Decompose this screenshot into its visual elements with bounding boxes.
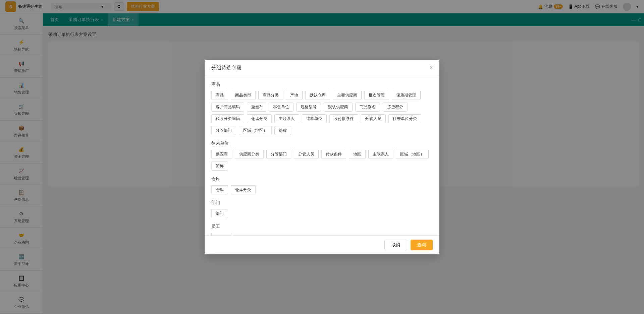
field-tag[interactable]: 批次管理 <box>364 91 389 100</box>
field-list-department: 部门 <box>211 209 433 218</box>
field-tag[interactable]: 分管部门 <box>266 150 291 159</box>
field-tag[interactable]: 简称 <box>211 162 228 171</box>
modal-header: 分组待选字段 × <box>205 60 439 76</box>
field-tag[interactable]: 付款条件 <box>321 150 346 159</box>
field-tag[interactable]: 供应商 <box>211 150 232 159</box>
field-group-title-warehouse: 仓库 <box>211 176 433 182</box>
field-group-warehouse: 仓库 仓库 仓库分类 <box>211 176 433 194</box>
field-tag[interactable]: 主联系人 <box>368 150 393 159</box>
field-tag[interactable]: 主联系人 <box>274 114 299 123</box>
modal-overlay: 分组待选字段 × 商品 商品 商品类型 商品分类 产地 默认仓库 主要供应商 批… <box>0 0 644 314</box>
field-tag[interactable]: 区域（地区） <box>239 126 272 135</box>
field-list-goods: 商品 商品类型 商品分类 产地 默认仓库 主要供应商 批次管理 保质期管理 客户… <box>211 91 433 135</box>
field-tag[interactable]: 区域（地区） <box>396 150 429 159</box>
field-group-title-department: 部门 <box>211 200 433 206</box>
field-tag[interactable]: 分管部门 <box>211 126 236 135</box>
field-group-title-staff: 员工 <box>211 224 433 230</box>
field-tag[interactable]: 结算单位 <box>302 114 327 123</box>
field-tag[interactable]: 收付款条件 <box>329 114 358 123</box>
modal-title: 分组待选字段 <box>211 65 241 71</box>
field-list-warehouse: 仓库 仓库分类 <box>211 185 433 194</box>
field-tag[interactable]: 仓库分类 <box>231 185 256 194</box>
field-tag[interactable]: 保质期管理 <box>392 91 421 100</box>
field-tag[interactable]: 默认供应商 <box>324 103 353 112</box>
field-tag[interactable]: 商品别名 <box>355 103 380 112</box>
field-tag[interactable]: 商品 <box>211 91 228 100</box>
field-list-staff: 业务员 <box>211 233 433 235</box>
cancel-button[interactable]: 取消 <box>384 240 407 250</box>
field-tag[interactable]: 重量3 <box>247 103 266 112</box>
field-tag[interactable]: 分管人员 <box>294 150 319 159</box>
field-group-title-goods: 商品 <box>211 81 433 87</box>
field-tag[interactable]: 零售单位 <box>269 103 293 112</box>
field-tag[interactable]: 规格型号 <box>296 103 321 112</box>
field-group-staff: 员工 业务员 <box>211 224 433 235</box>
field-tag[interactable]: 主要供应商 <box>333 91 362 100</box>
field-tag[interactable]: 分管人员 <box>361 114 386 123</box>
field-tag[interactable]: 业务员 <box>211 233 232 235</box>
field-tag[interactable]: 仓库分类 <box>247 114 272 123</box>
modal: 分组待选字段 × 商品 商品 商品类型 商品分类 产地 默认仓库 主要供应商 批… <box>205 60 439 254</box>
field-list-partner: 供应商 供应商分类 分管部门 分管人员 付款条件 地区 主联系人 区域（地区） … <box>211 150 433 171</box>
field-tag[interactable]: 往来单位分类 <box>388 114 421 123</box>
field-tag[interactable]: 简称 <box>274 126 291 135</box>
field-tag[interactable]: 客户商品编码 <box>211 103 244 112</box>
field-group-partner: 往来单位 供应商 供应商分类 分管部门 分管人员 付款条件 地区 主联系人 区域… <box>211 140 433 171</box>
field-group-goods: 商品 商品 商品类型 商品分类 产地 默认仓库 主要供应商 批次管理 保质期管理… <box>211 81 433 135</box>
field-tag[interactable]: 拣货积分 <box>383 103 408 112</box>
field-tag[interactable]: 税收分类编码 <box>211 114 244 123</box>
field-tag[interactable]: 部门 <box>211 209 228 218</box>
field-tag[interactable]: 供应商分类 <box>235 150 264 159</box>
modal-close-button[interactable]: × <box>430 65 433 71</box>
field-tag[interactable]: 商品类型 <box>231 91 256 100</box>
field-tag[interactable]: 仓库 <box>211 185 228 194</box>
modal-body: 商品 商品 商品类型 商品分类 产地 默认仓库 主要供应商 批次管理 保质期管理… <box>205 76 439 235</box>
confirm-button[interactable]: 查询 <box>411 240 433 250</box>
modal-footer: 取消 查询 <box>205 235 439 254</box>
field-tag[interactable]: 默认仓库 <box>305 91 330 100</box>
field-tag[interactable]: 地区 <box>349 150 366 159</box>
field-group-department: 部门 部门 <box>211 200 433 218</box>
field-tag[interactable]: 产地 <box>286 91 303 100</box>
field-group-title-partner: 往来单位 <box>211 140 433 146</box>
field-tag[interactable]: 商品分类 <box>258 91 283 100</box>
